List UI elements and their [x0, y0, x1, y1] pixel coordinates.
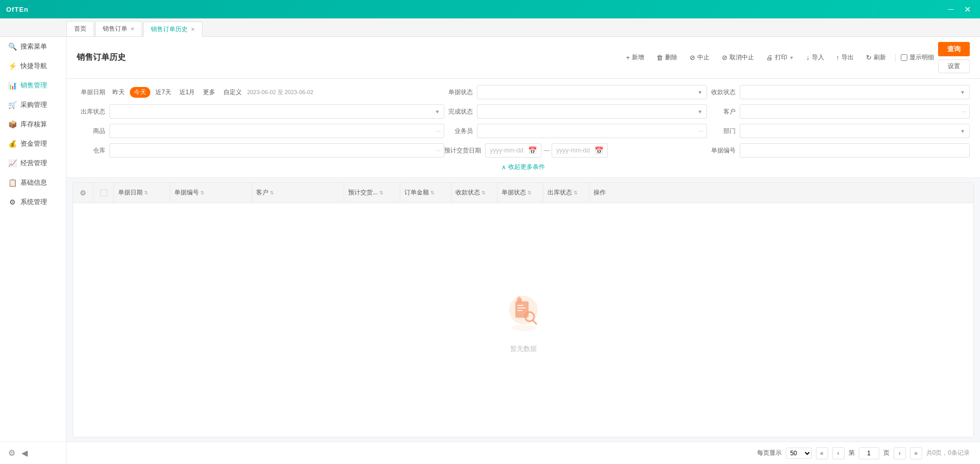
sidebar-item-sys-mgmt[interactable]: ⚙ 系统管理	[0, 192, 66, 212]
show-detail-checkbox[interactable]	[901, 54, 907, 61]
th-customer[interactable]: 客户 ⇅	[252, 183, 344, 203]
date-1month-btn[interactable]: 近1月	[176, 87, 198, 98]
product-label: 商品	[77, 127, 105, 136]
next-page-btn[interactable]: ›	[894, 447, 906, 459]
tab-home[interactable]: 首页	[66, 21, 94, 36]
first-page-btn[interactable]: «	[816, 447, 828, 459]
customer-input[interactable]: ···	[740, 104, 970, 119]
th-amount[interactable]: 订单金额 ⇅	[400, 183, 451, 203]
th-date[interactable]: 单据日期 ⇅	[114, 183, 170, 203]
warehouse-dots[interactable]: ···	[436, 147, 441, 154]
sidebar-item-search-menu[interactable]: 🔍 搜索菜单	[0, 37, 66, 56]
salesperson-dots[interactable]: ···	[698, 127, 703, 135]
sidebar-item-quick-nav[interactable]: ⚡ 快捷导航	[0, 56, 66, 76]
date-yesterday-btn[interactable]: 昨天	[109, 87, 128, 98]
brand-name: OfTEn	[6, 6, 29, 13]
last-page-btn[interactable]: »	[910, 447, 922, 459]
header-actions: + 新增 🗑 删除 ⊘ 中止 ⊘ 取消中止 🖨 打印	[622, 42, 970, 73]
cancel-stop-btn[interactable]: ⊘ 取消中止	[718, 51, 758, 64]
sidebar-item-sales-mgmt[interactable]: 📊 销售管理	[0, 76, 66, 95]
th-checkbox[interactable]	[94, 183, 114, 203]
print-btn[interactable]: 🖨 打印 ▼	[762, 51, 798, 64]
th-date-sort[interactable]: ⇅	[144, 190, 148, 195]
th-amount-label: 订单金额	[404, 188, 429, 197]
print-dropdown-icon[interactable]: ▼	[789, 55, 794, 60]
import-btn[interactable]: ↓ 导入	[802, 51, 828, 64]
product-input[interactable]: ···	[109, 124, 444, 138]
sidebar-bottom: ⚙ ◀	[0, 441, 66, 464]
order-no-input[interactable]	[740, 143, 970, 158]
sidebar-item-sales-mgmt-label: 销售管理	[20, 81, 47, 90]
sidebar-settings-icon[interactable]: ⚙	[8, 448, 15, 458]
date-custom-btn[interactable]: 自定义	[220, 87, 245, 98]
sidebar-item-inventory[interactable]: 📦 库存核算	[0, 115, 66, 134]
delete-btn[interactable]: 🗑 删除	[652, 51, 681, 64]
th-warehouse-status[interactable]: 出库状态 ⇅	[543, 183, 589, 203]
cal-to-icon[interactable]: 📅	[595, 146, 603, 154]
date-today-btn[interactable]: 今天	[130, 87, 150, 98]
complete-select[interactable]: ▼	[477, 104, 707, 119]
th-warehouse-status-sort[interactable]: ⇅	[574, 190, 578, 195]
th-receipt-sort[interactable]: ⇅	[482, 190, 486, 195]
receipt-select[interactable]: ▼	[740, 85, 970, 99]
th-customer-sort[interactable]: ⇅	[270, 190, 274, 195]
warehouse-input[interactable]: ···	[109, 143, 444, 158]
select-all-checkbox[interactable]	[100, 189, 107, 196]
customer-dots[interactable]: ···	[961, 108, 966, 115]
th-order-sort[interactable]: ⇅	[200, 190, 204, 195]
page-number-input[interactable]	[859, 447, 879, 459]
svg-point-8	[517, 298, 522, 303]
delivery-date-to[interactable]: yyyy-mm-dd 📅	[552, 143, 608, 158]
department-control: ▼	[740, 124, 970, 138]
tab-sales-order-close[interactable]: ✕	[130, 26, 134, 32]
date-7days-btn[interactable]: 近7天	[152, 87, 174, 98]
th-amount-sort[interactable]: ⇅	[430, 190, 435, 195]
th-doc-status[interactable]: 单据状态 ⇅	[497, 183, 543, 203]
tab-sales-order-history-close[interactable]: ✕	[191, 27, 195, 32]
department-select[interactable]: ▼	[740, 124, 970, 138]
close-window-btn[interactable]: ✕	[961, 5, 974, 14]
th-order[interactable]: 单据编号 ⇅	[170, 183, 252, 203]
th-receipt-status[interactable]: 收款状态 ⇅	[451, 183, 497, 203]
tab-sales-order[interactable]: 销售订单 ✕	[95, 21, 142, 36]
sidebar-item-finance[interactable]: 💰 资金管理	[0, 134, 66, 153]
status-select[interactable]: ▼	[477, 85, 707, 99]
settings-btn[interactable]: 设置	[938, 59, 970, 73]
minimize-btn[interactable]: —	[945, 5, 957, 14]
new-btn[interactable]: + 新增	[622, 51, 648, 64]
sidebar-item-purchase-mgmt[interactable]: 🛒 采购管理	[0, 95, 66, 115]
filter-department: 部门 ▼	[707, 124, 970, 138]
cal-from-icon[interactable]: 📅	[528, 146, 537, 154]
filter-order-no: 单据编号	[707, 143, 970, 158]
sidebar-item-quick-nav-label: 快捷导航	[20, 61, 47, 71]
th-settings[interactable]: ⚙	[73, 183, 94, 203]
query-btn[interactable]: 查询	[938, 42, 970, 56]
filter-row-2: 出库状态 ▼ 完成状态 ▼	[77, 104, 970, 119]
delivery-date-from[interactable]: yyyy-mm-dd 📅	[485, 143, 541, 158]
export-btn[interactable]: ↑ 导出	[832, 51, 858, 64]
th-delivery[interactable]: 预计交货... ⇅	[344, 183, 400, 203]
stop-btn[interactable]: ⊘ 中止	[686, 51, 714, 64]
query-settings-group: 查询 设置	[938, 42, 970, 73]
column-settings-icon[interactable]: ⚙	[80, 189, 86, 197]
th-delivery-sort[interactable]: ⇅	[379, 190, 383, 195]
tab-sales-order-history[interactable]: 销售订单历史 ✕	[143, 21, 202, 37]
department-arrow: ▼	[960, 128, 965, 134]
th-doc-status-sort[interactable]: ⇅	[528, 190, 532, 195]
collapse-row[interactable]: ∧ 收起更多条件	[77, 163, 970, 171]
warehouse-status-select[interactable]: ▼	[109, 104, 444, 119]
page-size-select[interactable]: 10 20 50 100	[786, 448, 812, 459]
date-more-btn[interactable]: 更多	[200, 87, 218, 98]
product-dots[interactable]: ···	[436, 127, 441, 135]
prev-page-btn[interactable]: ‹	[832, 447, 845, 459]
sidebar-item-operations[interactable]: 📈 经营管理	[0, 153, 66, 173]
sidebar-collapse-icon[interactable]: ◀	[21, 448, 28, 458]
stop-icon: ⊘	[690, 54, 695, 61]
filter-date: 单据日期 昨天 今天 近7天 近1月 更多 自定义 2023-06-02 至 2…	[77, 87, 444, 98]
sidebar-item-basic-info[interactable]: 📋 基础信息	[0, 173, 66, 192]
table-area: ⚙ 单据日期 ⇅ 单据编号 ⇅ 客户 ⇅ 预计交货...	[73, 182, 974, 437]
salesperson-input[interactable]: ···	[477, 124, 707, 138]
warehouse-label: 仓库	[77, 146, 105, 155]
refresh-btn[interactable]: ↻ 刷新	[862, 51, 890, 64]
filter-delivery-date: 预计交货日期 yyyy-mm-dd 📅 — yyyy-mm-dd 📅	[444, 143, 707, 158]
